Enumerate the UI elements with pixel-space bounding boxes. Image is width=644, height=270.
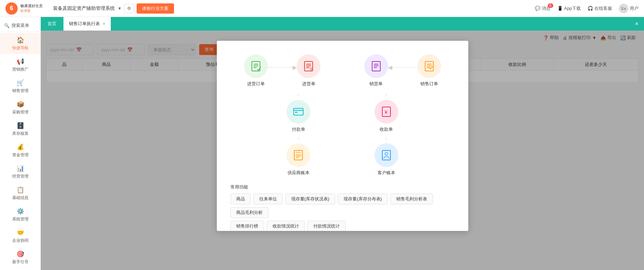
flow-item-sales-bill[interactable]: 销货单 [364,54,388,87]
tab-sales-order[interactable]: 销售订单执行表 × [64,17,111,31]
flow-item-customer-account[interactable]: 客户账本 [375,143,398,176]
supplier-account-label: 供应商账本 [288,170,310,176]
sidebar-item-enterprise[interactable]: 🤝 企业协同 [0,226,40,247]
customer-account-label: 客户账本 [378,170,395,176]
inventory-icon: 🗄️ [17,122,24,129]
trial-btn[interactable]: 体验行业方案 [137,3,174,14]
newbie-icon: 🎯 [17,250,24,258]
logo-area: 6 畅康通好生意 标准版 [5,2,46,15]
common-btn-inventory-status[interactable]: 现存量(库存状况表) [285,194,335,204]
sidebar-item-quick-nav[interactable]: 🏠 快捷导航 [0,33,40,54]
system-name: 装备及固定资产辅助管理系统 [53,5,115,12]
page-content: ❓ 帮助 🖨 按模板打印 ▼ 📤 导出 🔄 刷新 [41,31,644,270]
common-btn-sales-gross[interactable]: 销售毛利分析表 [390,194,433,204]
common-btn-inventory-dist[interactable]: 现存量(库存分布表) [338,194,388,204]
marketing-label: 营销推广 [12,67,29,72]
system-label: 系统管理 [12,216,29,222]
purchase-order-label: 进货订单 [247,81,265,87]
purchase-order-circle[interactable] [244,54,268,78]
avatar: Ea [619,4,628,13]
customer-account-circle[interactable] [375,143,398,167]
tab-home[interactable]: 首页 [41,17,64,31]
tab-close-btn[interactable]: × [103,21,105,26]
main-layout: 🔍 搜索菜单 🏠 快捷导航 📢 营销推广 🛒 销售管理 📦 采购管理 🗄️ 库存… [0,17,644,270]
service-icon: 🎧 [588,6,593,11]
payment-circle[interactable]: ¥ [286,100,310,124]
basic-info-label: 基础信息 [12,195,29,201]
marketing-icon: 📢 [17,58,24,65]
sidebar-item-inventory[interactable]: 🗄️ 库存核算 [0,119,40,140]
tab-home-label: 首页 [48,21,56,27]
search-menu[interactable]: 🔍 搜索菜单 [0,20,40,32]
common-section: 常用功能 商品 往来单位 现存量(库存状况表) 现存量(库存分布表) 销售毛利分… [217,184,468,231]
tab-sales-order-label: 销售订单执行表 [69,21,100,27]
sales-bill-circle[interactable] [364,54,388,78]
enterprise-icon: 🤝 [17,229,24,236]
flow-item-purchase-order[interactable]: 进货订单 [244,54,268,87]
sidebar-item-system[interactable]: ⚙️ 系统管理 [0,204,40,226]
search-icon: 🔍 [4,23,10,28]
finance-icon: 💰 [17,143,24,151]
finance-label: 资金管理 [12,152,29,158]
sidebar-item-basic-info[interactable]: 📋 基础信息 [0,183,40,204]
sales-order-circle[interactable] [417,54,441,78]
sidebar-item-purchase[interactable]: 📦 采购管理 [0,97,40,119]
sales-bill-label: 销货单 [369,81,383,87]
purchase-bill-circle[interactable]: ↑ [297,54,320,78]
content-area: 首页 销售订单执行表 × × ❓ 帮助 🖨 按模板打印 ▼ [41,17,644,270]
popup-box: 进货订单 ▶ [217,41,468,231]
receipt-label: 收款单 [380,126,393,132]
receipt-circle[interactable]: ¥ [375,100,398,124]
user-btn[interactable]: Ea 用户 [619,4,639,13]
sidebar-item-sales[interactable]: 🛒 销售管理 [0,76,40,97]
flow-item-receipt[interactable]: ¥ 收款单 [375,100,398,132]
message-btn[interactable]: 💬 消息 6 [535,5,551,12]
popup-overlay[interactable]: 进货订单 ▶ [41,31,644,270]
common-btn-partner[interactable]: 往来单位 [254,194,283,204]
sidebar-item-finance[interactable]: 💰 资金管理 [0,140,40,161]
newbie-label: 新手引导 [12,259,29,265]
sidebar-item-operations[interactable]: 📊 经营管理 [0,161,40,183]
common-btn-receipt-stats[interactable]: 收款情况统计 [267,221,305,231]
sales-order-label: 销售订单 [420,81,438,87]
sidebar-item-newbie[interactable]: 🎯 新手引导 [0,247,40,268]
brand-sub: 标准版 [20,8,43,13]
svg-text:↑: ↑ [311,68,312,71]
common-btns-row1: 商品 往来单位 现存量(库存状况表) 现存量(库存分布表) 销售毛利分析表 商品… [230,194,455,218]
flow-item-sales-order[interactable]: 销售订单 [417,54,441,87]
settings-icon[interactable]: ⚙ [124,4,134,13]
logo-icon: 6 [5,2,18,15]
top-header: 6 畅康通好生意 标准版 装备及固定资产辅助管理系统 ▼ ⚙ 体验行业方案 💬 … [0,0,644,17]
online-service-btn[interactable]: 🎧 在线客服 [588,5,612,12]
svg-text:¥: ¥ [295,111,297,113]
brand-info: 畅康通好生意 标准版 [20,3,43,13]
sidebar-item-marketing[interactable]: 📢 营销推广 [0,54,40,76]
download-icon: 📱 [557,6,563,11]
basic-info-icon: 📋 [17,186,24,194]
message-icon: 💬 [535,6,540,11]
search-menu-label: 搜索菜单 [12,22,29,29]
flow-item-payment[interactable]: ¥ 付款单 [286,100,310,132]
common-btn-payment-stats[interactable]: 付款情况统计 [308,221,346,231]
message-badge: 6 [548,3,553,8]
svg-rect-25 [296,152,301,153]
tab-close-all-btn[interactable]: × [629,20,644,28]
user-label: 用户 [630,5,639,12]
app-download-label: App下载 [564,5,581,12]
purchase-bill-label: 进货单 [302,81,315,87]
brand-name: 畅康通好生意 [20,3,43,8]
system-dropdown-btn[interactable]: ▼ [118,6,122,11]
sidebar: 🔍 搜索菜单 🏠 快捷导航 📢 营销推广 🛒 销售管理 📦 采购管理 🗄️ 库存… [0,17,41,270]
common-btn-product-gross[interactable]: 商品毛利分析 [230,207,268,218]
purchase-label: 采购管理 [12,109,29,115]
common-btn-sales-rank[interactable]: 销售排行榜 [230,221,264,231]
service-label: 在线客服 [594,5,612,12]
app-download-btn[interactable]: 📱 App下载 [557,5,581,12]
enterprise-label: 企业协同 [12,238,29,244]
flow-item-purchase-bill[interactable]: ↑ 进货单 [297,54,320,87]
operations-label: 经营管理 [12,174,29,179]
header-right: 💬 消息 6 📱 App下载 🎧 在线客服 Ea 用户 [535,4,639,13]
supplier-account-circle[interactable] [286,143,310,167]
common-btn-product[interactable]: 商品 [230,194,251,204]
flow-item-supplier-account[interactable]: 供应商账本 [286,143,310,176]
